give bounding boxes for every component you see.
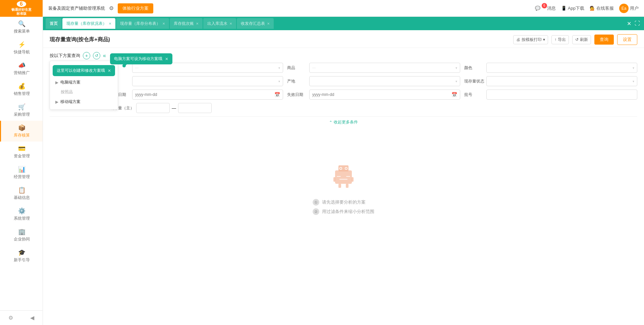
stock-qty-max-input[interactable] [178, 103, 212, 113]
empty-step-1: ① 请先选择要分析的方案 [313, 199, 374, 206]
tab-inventory-dist[interactable]: 现存量（库存分布表） ✕ [116, 18, 169, 29]
filter-row-2: 尺码 ▾ 产地 ▾ 现存量状态 [110, 76, 637, 86]
sidebar-item-label: 新手引导 [14, 257, 30, 263]
tooltip-pc-close[interactable]: ✕ [165, 57, 168, 61]
industry-btn[interactable]: 体验行业方案 [118, 3, 153, 13]
tab-inout-flow-close[interactable]: ✕ [229, 22, 232, 25]
produce-date-input[interactable]: 📅 [132, 90, 283, 100]
support-icon: 💁 [590, 6, 595, 11]
produce-date-field[interactable] [135, 92, 274, 97]
sidebar-item-search[interactable]: 🔍 搜索菜单 [0, 17, 43, 38]
sidebar-item-inventory[interactable]: 📦 库存核算 [0, 121, 43, 142]
app-download-item[interactable]: 📱 App下载 [561, 5, 584, 11]
stock-status-select[interactable]: ▾ [486, 76, 637, 86]
scheme-item-mobile[interactable]: ▶ 移动端方案 [50, 97, 118, 107]
tab-home[interactable]: 首页 [46, 18, 62, 29]
size-select[interactable]: ▾ [132, 76, 283, 86]
sidebar-item-finance[interactable]: 💳 资金管理 [0, 142, 43, 162]
sidebar-bottom: ⚙ ◀ [0, 310, 43, 325]
print-btn[interactable]: 🖨 按模板打印 ▾ [513, 35, 548, 44]
tooltip-pc-scheme: 电脑方案可设为移动方案哦 ✕ [110, 53, 172, 64]
tab-batch-account-close[interactable]: ✕ [196, 22, 199, 25]
step-2-num: ② [313, 208, 319, 215]
tab-inout-flow[interactable]: 出入库流水 ✕ [203, 18, 236, 29]
origin-select[interactable]: ▾ [309, 76, 460, 86]
sidebar-item-guide[interactable]: 🎓 新手引导 [0, 246, 43, 266]
basicinfo-icon: 📋 [18, 186, 25, 194]
expire-date-field[interactable] [312, 92, 451, 97]
batch-no-input[interactable] [486, 90, 637, 100]
scheme-mobile-arrow-icon: ▶ [55, 100, 58, 104]
tab-inout-flow-label: 出入库流水 [207, 21, 227, 26]
set-btn[interactable]: 设置 [617, 34, 637, 45]
filter-add-btn[interactable]: + [83, 52, 90, 59]
scheme-sub-label: 按照品 [61, 89, 73, 95]
scheme-item-pc[interactable]: ▶ 电脑端方案 [50, 77, 118, 87]
tooltip-scheme-close[interactable]: ✕ [108, 68, 111, 73]
sidebar-item-quicknav[interactable]: ⚡ 快捷导航 [0, 38, 43, 58]
filter-size: 尺码 ▾ [110, 76, 283, 86]
app-label: App下载 [568, 5, 584, 11]
sidebar-item-purchase[interactable]: 🛒 采购管理 [0, 100, 43, 121]
user-item[interactable]: Ea 用户 [619, 4, 639, 13]
refresh-label: 刷新 [580, 37, 588, 43]
export-icon: ↑ [554, 37, 556, 42]
sidebar-settings-btn[interactable]: ⚙ [7, 313, 14, 322]
topbar-settings-icon[interactable]: ⚙ [109, 5, 114, 11]
sidebar-item-operations[interactable]: 📊 经营管理 [0, 162, 43, 183]
color-chevron: ▾ [633, 66, 634, 70]
message-item[interactable]: 💬 6 消息 [535, 5, 556, 11]
tab-inventory-status-close[interactable]: ✕ [109, 22, 111, 25]
logo-text: 畅通好好生意 标准版 [11, 8, 32, 16]
search-btn[interactable]: 查询 [594, 35, 614, 45]
sidebar-collapse-btn[interactable]: ◀ [29, 313, 36, 322]
topbar: 装备及固定资产辅助管理系统 ⚙ 体验行业方案 💬 6 消息 📱 App下载 💁 … [43, 0, 644, 17]
sidebar-item-marketing[interactable]: 📣 营销推广 [0, 58, 43, 79]
filter-stock-status: 现存量状态 ▾ [464, 76, 637, 86]
color-select[interactable]: ▾ [486, 63, 637, 73]
stock-qty-separator: — [172, 106, 176, 111]
sidebar-item-sales[interactable]: 💰 销售管理 [0, 79, 43, 100]
goods-select[interactable]: ··· ▾ [309, 63, 460, 73]
tabbar-expand-btn[interactable]: ⛶ [633, 19, 641, 28]
sidebar-item-enterprise[interactable]: 🏢 企业协同 [0, 225, 43, 246]
export-label: 导出 [558, 37, 566, 43]
sidebar-item-label: 基础信息 [14, 195, 30, 201]
tab-batch-account[interactable]: 库存批次账 ✕ [170, 18, 203, 29]
expire-date-cal-icon[interactable]: 📅 [451, 92, 457, 97]
svg-rect-8 [339, 179, 347, 180]
tab-inventory-dist-close[interactable]: ✕ [162, 22, 165, 25]
support-label: 在线客服 [596, 5, 614, 11]
stock-qty-min-input[interactable] [136, 103, 170, 113]
support-item[interactable]: 💁 在线客服 [590, 5, 614, 11]
produce-date-cal-icon[interactable]: 📅 [274, 92, 280, 97]
export-btn[interactable]: ↑ 导出 [551, 35, 569, 44]
user-label: 用户 [630, 5, 639, 11]
tab-collect-summary-close[interactable]: ✕ [267, 22, 270, 25]
size-chevron: ▾ [278, 79, 280, 83]
warehouse-chevron: ▾ [278, 66, 280, 70]
sidebar: 6 畅通好好生意 标准版 🔍 搜索菜单 ⚡ 快捷导航 📣 营销推广 💰 销售管理… [0, 0, 43, 325]
svg-rect-12 [346, 184, 348, 188]
sidebar-item-basicinfo[interactable]: 📋 基础信息 [0, 183, 43, 204]
collapse-btn[interactable]: ⌃ 收起更多条件 [50, 116, 637, 128]
tab-collect-summary[interactable]: 收发存汇总表 ✕ [237, 18, 274, 29]
expire-date-input[interactable]: 📅 [309, 90, 460, 100]
sidebar-item-system[interactable]: ⚙️ 系统管理 [0, 204, 43, 225]
tab-collect-summary-label: 收发存汇总表 [241, 21, 265, 26]
tab-inventory-status[interactable]: 现存量（库存状况表） ✕ [62, 18, 115, 29]
print-icon: 🖨 [516, 37, 520, 42]
svg-rect-11 [338, 184, 341, 188]
svg-rect-7 [346, 176, 350, 177]
filter-arrow-btn[interactable]: « [103, 53, 106, 59]
sidebar-logo: 6 畅通好好生意 标准版 [0, 0, 43, 17]
sidebar-item-label: 库存核算 [14, 132, 30, 138]
sales-icon: 💰 [18, 83, 25, 90]
scheme-sub-item[interactable]: 按照品 [50, 87, 118, 97]
tabbar-close-btn[interactable]: ✕ [626, 19, 633, 28]
refresh-btn[interactable]: ↺ 刷新 [572, 35, 591, 44]
collapse-chevron-icon: ⌃ [329, 120, 332, 125]
filter-refresh-btn[interactable]: ↺ [93, 52, 100, 59]
filter-expire-date-label: 失效日期 [287, 92, 307, 98]
tab-inventory-dist-label: 现存量（库存分布表） [120, 21, 160, 26]
